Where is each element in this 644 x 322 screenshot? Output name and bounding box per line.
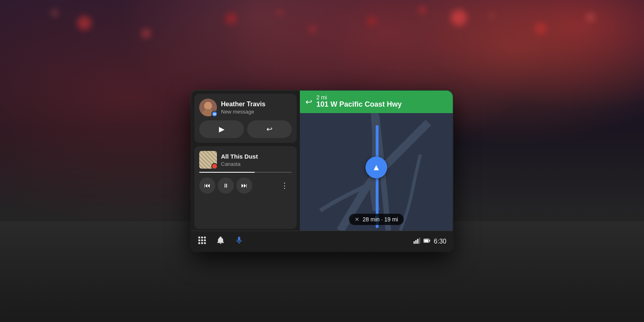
eta-badge: ✕ 28 min · 19 mi — [349, 214, 404, 225]
svg-point-11 — [198, 242, 200, 244]
more-options-button[interactable]: ⋮ — [277, 178, 292, 193]
svg-point-8 — [198, 239, 200, 242]
nav-street: 101 W Pacific Coast Hwy — [316, 100, 402, 109]
avatar-container: M — [199, 99, 217, 116]
android-auto-screen: M Heather Travis New message ▶ — [191, 91, 453, 252]
progress-bar[interactable] — [199, 172, 292, 173]
svg-rect-19 — [424, 239, 429, 242]
notification-card[interactable]: M Heather Travis New message ▶ — [194, 94, 297, 143]
nav-distance: 2 mi — [316, 95, 402, 100]
music-artist: Canasta — [221, 161, 292, 167]
svg-point-3 — [205, 102, 211, 108]
play-icon: ▶ — [219, 125, 225, 134]
pause-icon: ⏸ — [223, 182, 229, 189]
svg-point-13 — [204, 242, 206, 244]
signal-icon — [413, 237, 420, 246]
music-text: All This Dust Canasta — [221, 153, 292, 167]
reply-button[interactable]: ↩ — [247, 120, 292, 138]
apps-grid-icon — [198, 236, 206, 245]
more-icon: ⋮ — [281, 181, 288, 190]
position-circle: ▲ — [365, 157, 387, 178]
microphone-button[interactable] — [235, 236, 244, 247]
map-panel: ↩ 2 mi 101 W Pacific Coast Hwy ▲ ✕ 28 mi… — [300, 91, 453, 231]
progress-fill — [199, 172, 255, 173]
android-auto-screen-wrapper: M Heather Travis New message ▶ — [191, 91, 453, 252]
svg-rect-15 — [415, 240, 417, 244]
svg-rect-16 — [417, 239, 418, 244]
battery-indicator-icon — [423, 237, 431, 244]
close-navigation-button[interactable]: ✕ — [355, 216, 359, 223]
music-source-badge — [211, 163, 217, 169]
music-controls: ⏮ ⏸ ⏭ ⋮ — [199, 178, 292, 194]
notifications-button[interactable] — [216, 236, 225, 247]
music-info: All This Dust Canasta — [199, 151, 292, 169]
notification-name: Heather Travis — [221, 100, 292, 108]
svg-point-5 — [198, 237, 200, 239]
toolbar: 6:30 — [191, 231, 453, 252]
notification-subtitle: New message — [221, 109, 292, 115]
svg-point-12 — [201, 242, 203, 244]
next-icon: ⏭ — [241, 182, 248, 189]
svg-rect-17 — [419, 237, 420, 244]
apps-button[interactable] — [198, 236, 206, 247]
reply-icon: ↩ — [266, 125, 272, 134]
bell-icon — [216, 236, 225, 245]
toolbar-left — [198, 236, 244, 247]
nav-turn-arrow: ↩ — [305, 97, 312, 107]
toolbar-right: 6:30 — [413, 237, 446, 246]
left-panel: M Heather Travis New message ▶ — [191, 91, 300, 231]
svg-point-7 — [204, 237, 206, 239]
svg-point-9 — [201, 239, 203, 242]
notification-header: M Heather Travis New message — [199, 99, 292, 116]
eta-text: 28 min · 19 mi — [363, 216, 398, 223]
svg-rect-14 — [413, 241, 415, 244]
play-message-button[interactable]: ▶ — [199, 120, 244, 138]
navigation-banner: ↩ 2 mi 101 W Pacific Coast Hwy — [300, 91, 453, 113]
next-track-button[interactable]: ⏭ — [236, 178, 252, 194]
svg-point-10 — [204, 239, 206, 242]
battery-icon — [423, 237, 431, 246]
music-title: All This Dust — [221, 153, 292, 160]
mic-icon — [235, 236, 244, 245]
prev-icon: ⏮ — [204, 182, 211, 189]
screen-content: M Heather Travis New message ▶ — [191, 91, 453, 231]
pause-button[interactable]: ⏸ — [218, 178, 234, 194]
music-card[interactable]: All This Dust Canasta ⏮ ⏸ — [194, 146, 297, 229]
nav-info: 2 mi 101 W Pacific Coast Hwy — [316, 95, 402, 109]
time-display: 6:30 — [434, 238, 446, 245]
signal-bars-icon — [413, 237, 420, 244]
avatar-badge: M — [211, 111, 218, 117]
notification-actions: ▶ ↩ — [199, 120, 292, 138]
svg-point-6 — [201, 237, 203, 239]
prev-track-button[interactable]: ⏮ — [199, 178, 215, 194]
svg-rect-20 — [429, 239, 430, 242]
album-art — [199, 151, 217, 169]
notification-text: Heather Travis New message — [221, 100, 292, 115]
badge-icon: M — [213, 112, 216, 116]
position-arrow-icon: ▲ — [372, 162, 381, 173]
position-marker: ▲ — [365, 157, 387, 178]
